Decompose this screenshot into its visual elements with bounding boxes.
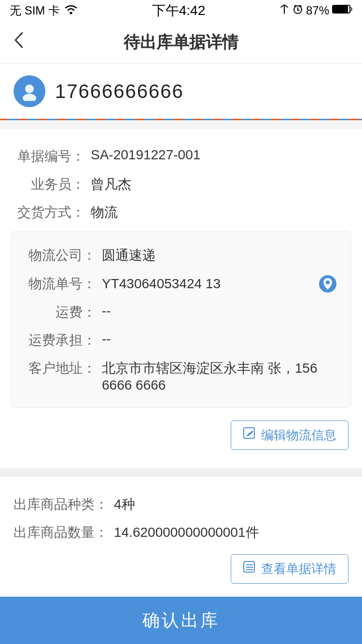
carrier-text: 无 SIM 卡 xyxy=(10,3,60,18)
svg-point-7 xyxy=(326,280,330,284)
address-row: 客户地址： 北京市市辖区海淀区永丰南 张，156 6666 6666 xyxy=(11,354,351,398)
order-no-value: SA-20191227-001 xyxy=(91,147,348,163)
tracking-no-value: YT43064053424 13 xyxy=(102,276,313,292)
freight-bearer-row: 运费承担： -- xyxy=(11,326,351,354)
page-title: 待出库单据详情 xyxy=(124,31,238,54)
battery-text: 87% xyxy=(306,4,329,17)
logistics-card: 物流公司： 圆通速递 物流单号： YT43064053424 13 运费： --… xyxy=(11,231,351,408)
list-icon xyxy=(243,560,256,577)
edit-logistics-container: 编辑物流信息 xyxy=(0,413,362,455)
goods-type-label: 出库商品种类： xyxy=(14,495,108,514)
customer-phone: 17666666666 xyxy=(55,81,184,102)
goods-quantity-row: 出库商品数量： 14.620000000000001件 xyxy=(0,518,362,546)
company-row: 物流公司： 圆通速递 xyxy=(11,241,351,269)
confirm-button-label: 确认出库 xyxy=(142,609,220,632)
goods-type-value: 4种 xyxy=(114,495,348,514)
location-status-icon xyxy=(279,4,290,17)
freight-value: -- xyxy=(102,303,337,319)
goods-quantity-label: 出库商品数量： xyxy=(14,523,108,542)
status-bar: 无 SIM 卡 下午4:42 87% xyxy=(0,0,362,21)
company-value: 圆通速递 xyxy=(102,246,337,265)
view-detail-container: 查看单据详情 xyxy=(0,546,362,588)
goods-quantity-value: 14.620000000000001件 xyxy=(114,523,348,542)
address-value: 北京市市辖区海淀区永丰南 张，156 6666 6666 xyxy=(102,359,337,393)
location-icon[interactable] xyxy=(318,274,337,294)
section-divider xyxy=(0,468,362,477)
order-info-section: 单据编号： SA-20191227-001 业务员： 曾凡杰 交货方式： 物流 … xyxy=(0,129,362,468)
delivery-row: 交货方式： 物流 xyxy=(0,198,362,226)
status-left: 无 SIM 卡 xyxy=(10,3,78,18)
svg-rect-3 xyxy=(333,6,348,13)
edit-logistics-label: 编辑物流信息 xyxy=(261,427,336,444)
confirm-button[interactable]: 确认出库 xyxy=(0,597,362,644)
nav-bar: 待出库单据详情 xyxy=(0,21,362,64)
wifi-icon xyxy=(64,4,78,17)
edit-icon xyxy=(243,427,256,444)
company-label: 物流公司： xyxy=(25,246,96,265)
avatar xyxy=(14,75,45,107)
order-no-row: 单据编号： SA-20191227-001 xyxy=(0,142,362,170)
salesman-row: 业务员： 曾凡杰 xyxy=(0,170,362,198)
time-display: 下午4:42 xyxy=(152,1,206,20)
freight-bearer-label: 运费承担： xyxy=(25,331,96,350)
status-right: 87% xyxy=(279,4,352,17)
edit-logistics-button[interactable]: 编辑物流信息 xyxy=(231,420,348,450)
tracking-label: 物流单号： xyxy=(25,275,96,293)
freight-label: 运费： xyxy=(25,303,96,322)
goods-section: 出库商品种类： 4种 出库商品数量： 14.620000000000001件 查… xyxy=(0,477,362,602)
back-button[interactable] xyxy=(14,31,24,54)
svg-rect-8 xyxy=(244,428,254,438)
battery-icon xyxy=(332,4,352,17)
delivery-value: 物流 xyxy=(91,203,348,222)
customer-header: 17666666666 xyxy=(0,64,362,120)
svg-point-5 xyxy=(23,94,36,101)
view-detail-button[interactable]: 查看单据详情 xyxy=(231,554,348,584)
salesman-value: 曾凡杰 xyxy=(91,175,348,194)
address-label: 客户地址： xyxy=(25,359,96,378)
alarm-icon xyxy=(292,4,303,17)
delivery-label: 交货方式： xyxy=(14,203,85,222)
salesman-label: 业务员： xyxy=(14,175,85,194)
freight-row: 运费： -- xyxy=(11,298,351,326)
goods-type-row: 出库商品种类： 4种 xyxy=(0,490,362,518)
tracking-row: 物流单号： YT43064053424 13 xyxy=(11,269,351,298)
svg-point-0 xyxy=(70,12,72,14)
order-no-label: 单据编号： xyxy=(14,147,85,166)
svg-point-4 xyxy=(25,84,34,93)
freight-bearer-value: -- xyxy=(102,331,337,347)
view-detail-label: 查看单据详情 xyxy=(261,560,336,577)
